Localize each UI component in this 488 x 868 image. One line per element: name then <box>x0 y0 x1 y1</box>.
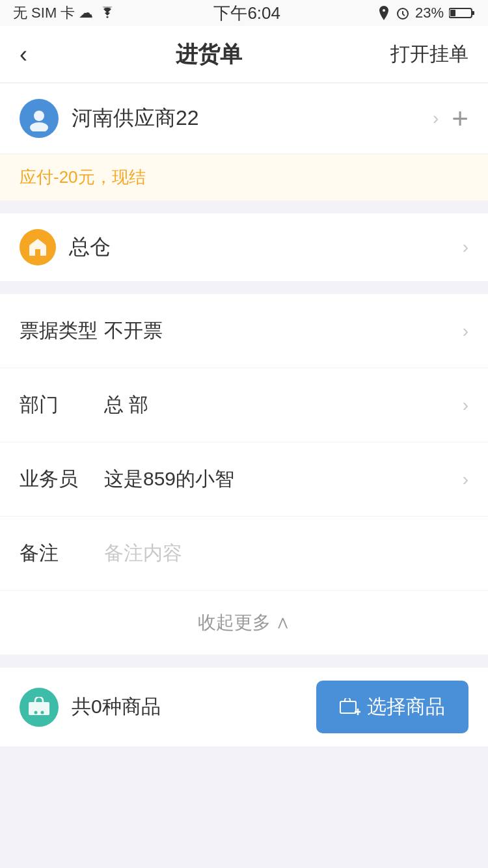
invoice-value: 不开票 <box>104 318 463 344</box>
salesperson-chevron-icon: › <box>463 469 468 490</box>
supplier-avatar <box>20 99 59 138</box>
remark-row[interactable]: 备注 备注内容 <box>0 517 488 590</box>
open-pending-button[interactable]: 打开挂单 <box>390 41 468 68</box>
invoice-chevron-icon: › <box>463 321 468 342</box>
supplier-section: 河南供应商22 › + <box>0 83 488 154</box>
goods-count-text: 共0种商品 <box>72 694 161 720</box>
salesperson-row[interactable]: 业务员 这是859的小智 › <box>0 442 488 517</box>
battery-text: 23% <box>415 5 444 21</box>
svg-point-12 <box>34 711 38 714</box>
supplier-name: 河南供应商22 <box>72 104 433 133</box>
notice-bar: 应付-20元，现结 <box>0 154 488 200</box>
select-goods-icon <box>340 698 360 716</box>
invoice-row[interactable]: 票据类型 不开票 › <box>0 294 488 368</box>
status-right: 23% <box>377 5 475 21</box>
svg-rect-10 <box>35 249 40 256</box>
form-section: 票据类型 不开票 › 部门 总 部 › 业务员 这是859的小智 › 备注 备注… <box>0 294 488 655</box>
goods-icon <box>20 688 59 727</box>
svg-marker-9 <box>29 239 46 245</box>
alarm-icon <box>396 6 410 20</box>
salesperson-value: 这是859的小智 <box>104 466 463 493</box>
remark-label: 备注 <box>20 540 104 567</box>
select-goods-button[interactable]: 选择商品 <box>316 681 468 733</box>
battery-icon <box>449 7 475 20</box>
gray-area <box>0 746 488 868</box>
location-icon <box>377 6 390 20</box>
status-time: 下午6:04 <box>213 2 280 25</box>
status-left: 无 SIM 卡 ☁ <box>13 3 116 23</box>
warehouse-section: 总仓 › <box>0 213 488 281</box>
svg-rect-5 <box>450 10 455 16</box>
back-button[interactable]: ‹ <box>20 41 27 68</box>
page-title: 进货单 <box>176 40 242 70</box>
svg-point-13 <box>41 711 44 714</box>
wifi-icon <box>98 7 116 20</box>
svg-line-2 <box>403 14 405 16</box>
dept-chevron-icon: › <box>463 395 468 416</box>
svg-rect-14 <box>340 701 356 713</box>
bottom-bar: 共0种商品 选择商品 <box>0 668 488 746</box>
svg-point-7 <box>30 122 48 131</box>
goods-count-area: 共0种商品 <box>20 688 161 727</box>
svg-rect-4 <box>472 11 474 15</box>
content: 河南供应商22 › + 应付-20元，现结 总仓 › 票据类型 不开票 › <box>0 83 488 868</box>
supplier-row[interactable]: 河南供应商22 › + <box>0 83 488 154</box>
select-goods-label: 选择商品 <box>367 694 445 720</box>
dept-label: 部门 <box>20 392 104 418</box>
warehouse-chevron-icon: › <box>463 237 468 258</box>
add-button[interactable]: + <box>452 104 468 133</box>
salesperson-label: 业务员 <box>20 466 104 493</box>
no-sim-text: 无 SIM 卡 ☁ <box>13 3 93 23</box>
dept-value: 总 部 <box>104 392 463 418</box>
dept-row[interactable]: 部门 总 部 › <box>0 368 488 442</box>
svg-point-6 <box>34 111 44 121</box>
collapse-button[interactable]: 收起更多 ∧ <box>0 590 488 655</box>
warehouse-row[interactable]: 总仓 › <box>0 213 488 281</box>
svg-rect-11 <box>29 702 49 715</box>
invoice-label: 票据类型 <box>20 318 104 344</box>
status-bar: 无 SIM 卡 ☁ 下午6:04 23% <box>0 0 488 26</box>
warehouse-name: 总仓 <box>69 233 463 262</box>
nav-bar: ‹ 进货单 打开挂单 <box>0 26 488 83</box>
warehouse-icon <box>20 229 56 265</box>
remark-input[interactable]: 备注内容 <box>104 540 468 567</box>
supplier-chevron-icon: › <box>433 108 439 129</box>
